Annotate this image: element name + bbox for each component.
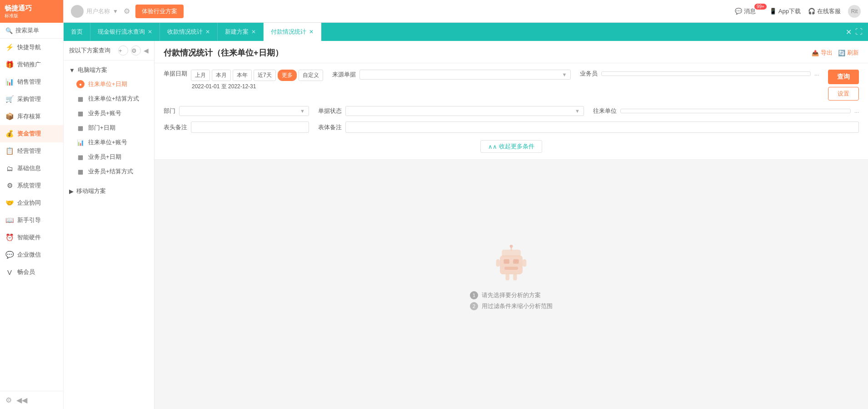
add-scheme-btn[interactable]: +: [118, 45, 128, 56]
date-btn-this-year[interactable]: 本年: [233, 70, 252, 81]
collapse-panel-icon[interactable]: ◀: [144, 47, 149, 54]
dept-date-scheme-label: 部门+日期: [88, 124, 115, 132]
tab-home[interactable]: 首页: [64, 23, 90, 41]
partner-label: 往来单位: [593, 107, 617, 115]
date-btn-custom[interactable]: 自定义: [299, 70, 323, 81]
purchase-label: 采购管理: [17, 95, 41, 103]
staff-dots[interactable]: ...: [814, 71, 819, 77]
partner-date-scheme-label: 往来单位+日期: [88, 80, 127, 88]
sidebar-item-system[interactable]: ⚙ 系统管理: [0, 177, 63, 194]
export-btn[interactable]: 📤 导出: [812, 49, 833, 57]
dept-label: 部门: [164, 107, 175, 115]
user-avatar-top[interactable]: Rit: [848, 5, 861, 18]
svg-rect-0: [500, 255, 523, 274]
scheme-item-partner-settle[interactable]: ▦ 往来单位+结算方式: [64, 91, 154, 106]
staff-label: 业务员: [580, 70, 598, 78]
export-label: 导出: [821, 49, 833, 57]
refresh-btn[interactable]: 🔄 刷新: [838, 49, 859, 57]
sidebar-item-finance[interactable]: 💰 资金管理: [0, 125, 63, 142]
sidebar-item-guide[interactable]: 📖 新手引导: [0, 212, 63, 229]
dept-select[interactable]: ▼: [179, 106, 309, 116]
date-btn-this-month[interactable]: 本月: [212, 70, 231, 81]
enterprise-icon: 🤝: [5, 199, 14, 207]
system-icon: ⚙: [5, 182, 14, 190]
scheme-item-partner-date[interactable]: ● 往来单位+日期: [64, 77, 154, 91]
tab-close-new-plan[interactable]: ✕: [251, 29, 256, 35]
doc-status-select[interactable]: ▼: [345, 106, 584, 116]
sidebar-item-hardware[interactable]: ⏰ 智能硬件: [0, 229, 63, 246]
sidebar-item-inventory[interactable]: 📦 库存核算: [0, 108, 63, 125]
staff-account-scheme-icon: ▦: [76, 109, 85, 117]
tab-maximize-icon[interactable]: ⛶: [855, 28, 863, 36]
tab-payment-stats[interactable]: 付款情况统计✕: [264, 23, 321, 41]
settings-bottom-icon[interactable]: ⚙: [5, 396, 12, 404]
page-header-actions: 📤 导出 🔄 刷新: [812, 49, 859, 57]
scheme-settings-btn[interactable]: ⚙: [131, 45, 141, 56]
tab-new-plan[interactable]: 新建方案✕: [218, 23, 264, 41]
right-content: 付款情况统计（往来单位+日期） 📤 导出 🔄 刷新: [155, 41, 868, 409]
partner-dots[interactable]: ...: [854, 108, 859, 114]
collapse-conditions-btn[interactable]: ∧∧ 收起更多条件: [480, 140, 542, 153]
mobile-group-title[interactable]: ▶ 移动端方案: [64, 184, 154, 198]
partner-select[interactable]: [620, 109, 851, 113]
staff-select[interactable]: [601, 71, 811, 76]
operations-label: 经营管理: [17, 147, 41, 155]
top-settings-icon[interactable]: ⚙: [124, 7, 130, 15]
date-btn-more[interactable]: 更多: [278, 70, 297, 81]
scheme-item-staff-settle[interactable]: ▦ 业务员+结算方式: [64, 164, 154, 179]
filter-settings-btn[interactable]: 设置: [828, 87, 859, 101]
sidebar-item-operations[interactable]: 📋 经营管理: [0, 142, 63, 160]
tab-close-payment-stats[interactable]: ✕: [309, 29, 314, 35]
sidebar-item-vip[interactable]: V 畅会员: [0, 263, 63, 281]
try-industry-btn[interactable]: 体验行业方案: [135, 5, 184, 18]
tab-close-all-icon[interactable]: ✕: [846, 28, 852, 36]
messages-btn[interactable]: 💬 消息 99+: [735, 7, 762, 15]
partner-account-scheme-label: 往来单位+账号: [88, 138, 127, 146]
search-menu[interactable]: 🔍 搜索菜单: [0, 23, 63, 39]
app-download-btn[interactable]: 📱 App下载: [769, 7, 801, 15]
top-bar-right: 💬 消息 99+ 📱 App下载 🎧 在线客服 Rit: [735, 5, 861, 18]
vip-icon: V: [5, 268, 14, 276]
staff-settle-scheme-label: 业务员+结算方式: [88, 167, 133, 176]
service-icon: 🎧: [808, 8, 815, 15]
scheme-item-staff-date[interactable]: ▦ 业务员+日期: [64, 150, 154, 164]
sidebar-item-enterprise[interactable]: 🤝 企业协同: [0, 194, 63, 212]
scheme-item-staff-account[interactable]: ▦ 业务员+账号: [64, 106, 154, 121]
top-bar-user: 用户名称 ▼: [71, 5, 118, 18]
sidebar-logo: 畅捷通巧 标准版: [0, 0, 63, 23]
inventory-icon: 📦: [5, 112, 14, 121]
tab-close-receipt-stats[interactable]: ✕: [205, 29, 210, 35]
tab-cash-flow[interactable]: 现金银行流水查询✕: [90, 23, 160, 41]
sidebar-item-basic-info[interactable]: 🗂 基础信息: [0, 160, 63, 177]
sidebar-item-sales[interactable]: 📊 销售管理: [0, 73, 63, 91]
sidebar-item-quick-nav[interactable]: ⚡ 快捷导航: [0, 39, 63, 56]
svg-point-10: [510, 245, 513, 248]
svg-rect-3: [504, 267, 518, 270]
pc-group-title[interactable]: ▼ 电脑端方案: [64, 63, 154, 77]
quick-nav-label: 快捷导航: [17, 43, 41, 51]
query-btn[interactable]: 查询: [828, 70, 859, 84]
sidebar-item-marketing[interactable]: 🎁 营销推广: [0, 56, 63, 73]
online-service-btn[interactable]: 🎧 在线客服: [808, 7, 841, 15]
collapse-sidebar-icon[interactable]: ◀◀: [16, 396, 27, 404]
message-icon: 💬: [735, 8, 742, 15]
tab-receipt-stats[interactable]: 收款情况统计✕: [160, 23, 218, 41]
scheme-item-partner-account[interactable]: 📊 往来单位+账号: [64, 135, 154, 150]
date-options: 上月本月本年近7天更多自定义: [191, 70, 323, 81]
sidebar-item-purchase[interactable]: 🛒 采购管理: [0, 91, 63, 108]
date-btn-last-7-days[interactable]: 近7天: [254, 70, 276, 81]
user-display-name: 用户名称: [86, 7, 110, 15]
scheme-item-dept-date[interactable]: ▦ 部门+日期: [64, 121, 154, 135]
source-doc-select[interactable]: ▼: [359, 70, 571, 80]
table-header-note-input[interactable]: [191, 121, 309, 133]
user-avatar-small: [71, 5, 84, 18]
empty-robot-icon: [489, 240, 534, 286]
tab-close-cash-flow[interactable]: ✕: [148, 29, 152, 35]
finance-label: 资金管理: [17, 130, 41, 138]
hardware-icon: ⏰: [5, 233, 14, 242]
sidebar-item-wechat[interactable]: 💬 企业微信: [0, 246, 63, 263]
collapse-conditions-label: 收起更多条件: [499, 142, 534, 151]
svg-rect-6: [506, 273, 509, 280]
date-btn-last-month[interactable]: 上月: [191, 70, 210, 81]
table-body-note-input[interactable]: [345, 121, 859, 133]
